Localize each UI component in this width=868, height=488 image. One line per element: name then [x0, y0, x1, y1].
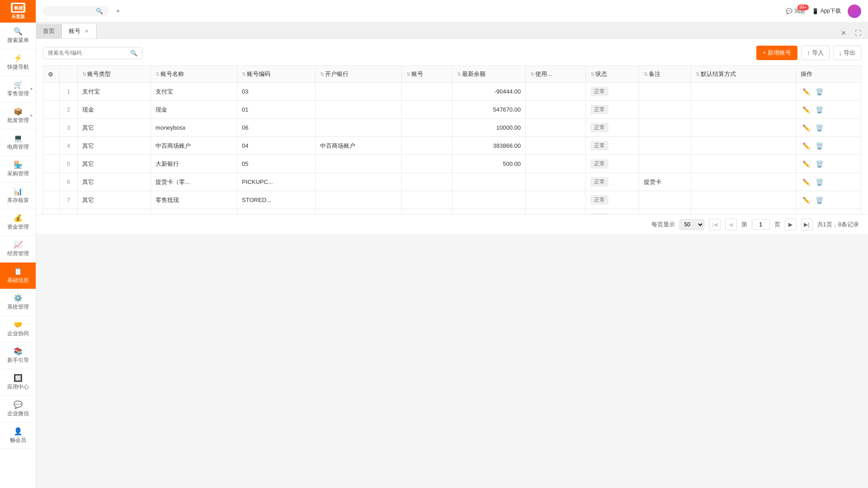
sidebar-item-guide[interactable]: 📚 新手引导 — [0, 343, 36, 369]
row-usage — [526, 173, 586, 191]
prev-page-button[interactable]: ◀ — [725, 219, 737, 230]
edit-button[interactable]: ✏️ — [801, 87, 812, 96]
tab-home[interactable]: 首页 — [36, 24, 62, 38]
sidebar: 畅捷 乐意版 🔍 搜索菜单 ⚡ 快捷导航 🛒 零售管理 ▼ 📦 批发管理 ▼ 💻… — [0, 0, 36, 488]
row-account — [402, 173, 453, 191]
search-nav-icon: 🔍 — [14, 27, 23, 36]
row-balance — [452, 173, 525, 191]
delete-button[interactable]: 🗑️ — [814, 178, 825, 187]
tab-close-button[interactable]: ✕ — [83, 28, 90, 34]
logo-icon: 畅捷 — [11, 3, 25, 13]
tab-expand-button[interactable]: ⛶ — [853, 28, 863, 38]
row-actions: ✏️ 🗑️ — [796, 101, 861, 119]
col-type[interactable]: ⇅账号类型 — [78, 66, 151, 83]
edit-button[interactable]: ✏️ — [801, 105, 812, 114]
table-search-box[interactable]: 🔍 — [43, 47, 142, 59]
user-avatar[interactable] — [848, 5, 861, 18]
row-settings — [43, 191, 60, 209]
sidebar-item-wholesale[interactable]: 📦 批发管理 ▼ — [0, 103, 36, 129]
row-num: 2 — [60, 101, 78, 119]
sidebar-item-quicknav[interactable]: ⚡ 快捷导航 — [0, 49, 36, 76]
row-status: 正常 — [585, 191, 639, 209]
sidebar-item-wechat[interactable]: 💬 企业微信 — [0, 396, 36, 422]
tabbar: 首页 账号 ✕ ✕ ⛶ — [36, 23, 868, 39]
row-num: 7 — [60, 191, 78, 209]
app-download-button[interactable]: 📱 App下载 — [812, 7, 841, 15]
col-settlement[interactable]: ⇅默认结算方式 — [691, 66, 796, 83]
sidebar-item-retail[interactable]: 🛒 零售管理 ▼ — [0, 76, 36, 103]
col-account[interactable]: ⇅账号 — [402, 66, 453, 83]
edit-button[interactable]: ✏️ — [801, 123, 812, 132]
row-settings — [43, 173, 60, 191]
sidebar-item-enterprise[interactable]: 🤝 企业协同 — [0, 316, 36, 343]
row-bank — [316, 119, 402, 137]
add-account-button[interactable]: + 新增账号 — [756, 46, 797, 60]
col-code[interactable]: ⇅账号编码 — [237, 66, 316, 83]
last-page-button[interactable]: ▶| — [801, 219, 813, 230]
row-num: 6 — [60, 173, 78, 191]
row-remark — [639, 119, 691, 137]
topbar-search-input[interactable] — [48, 8, 94, 14]
next-page-button[interactable]: ▶ — [785, 219, 797, 230]
sidebar-item-operation[interactable]: 📈 经营管理 — [0, 236, 36, 263]
row-usage — [526, 101, 586, 119]
table-row: 4 其它 中百商场账户 04 中百商场账户 383866.00 正常 ✏️ 🗑️ — [43, 137, 861, 155]
delete-button[interactable]: 🗑️ — [814, 123, 825, 132]
sidebar-item-member[interactable]: 👤 畅会员 — [0, 422, 36, 449]
row-status: 正常 — [585, 101, 639, 119]
dropdown-icon[interactable]: ▼ — [115, 8, 121, 14]
delete-button[interactable]: 🗑️ — [814, 87, 825, 96]
row-balance: 547670.00 — [452, 101, 525, 119]
tab-close-all-button[interactable]: ✕ — [838, 28, 849, 38]
page-number-input[interactable] — [752, 219, 770, 230]
wechat-icon: 💬 — [14, 400, 23, 409]
sidebar-item-basic[interactable]: 📋 基础信息 — [0, 263, 36, 289]
col-status[interactable]: ⇅状态 — [585, 66, 639, 83]
first-page-button[interactable]: |◀ — [709, 219, 721, 230]
sidebar-item-inventory[interactable]: 📊 库存核算 — [0, 183, 36, 209]
delete-button[interactable]: 🗑️ — [814, 196, 825, 205]
delete-button[interactable]: 🗑️ — [814, 105, 825, 114]
delete-button[interactable]: 🗑️ — [814, 141, 825, 150]
import-button[interactable]: ↑ 导入 — [801, 46, 830, 60]
row-type: 其它 — [78, 191, 151, 209]
col-balance[interactable]: ⇅最新余额 — [452, 66, 525, 83]
edit-button[interactable]: ✏️ — [801, 196, 812, 205]
messages-button[interactable]: 💬 消息 99+ — [786, 7, 805, 15]
col-usage[interactable]: ⇅使用... — [526, 66, 586, 83]
col-settings[interactable]: ⚙ — [43, 66, 60, 83]
export-button[interactable]: ↓ 导出 — [833, 46, 862, 60]
edit-button[interactable]: ✏️ — [801, 141, 812, 150]
table-search-input[interactable] — [48, 50, 128, 56]
col-bank[interactable]: ⇅开户银行 — [316, 66, 402, 83]
row-remark — [639, 101, 691, 119]
sidebar-item-capital[interactable]: 💰 资金管理 — [0, 209, 36, 236]
row-name: 提货卡（零... — [151, 173, 237, 191]
edit-button[interactable]: ✏️ — [801, 178, 812, 187]
content-toolbar: 🔍 + 新增账号 ↑ 导入 ↓ 导出 — [43, 46, 861, 60]
page-size-select[interactable]: 50 100 200 — [679, 219, 704, 230]
table-row: 5 其它 大新银行 05 500.00 正常 ✏️ 🗑️ — [43, 155, 861, 173]
sidebar-item-ecommerce[interactable]: 💻 电商管理 — [0, 129, 36, 156]
tab-account[interactable]: 账号 ✕ — [62, 24, 97, 38]
sidebar-item-purchase[interactable]: 🏪 采购管理 — [0, 156, 36, 183]
row-bank — [316, 101, 402, 119]
col-name[interactable]: ⇅账号名称 — [151, 66, 237, 83]
topbar-search-box[interactable]: 🔍 — [43, 6, 108, 16]
row-type: 现金 — [78, 101, 151, 119]
toolbar-right: + 新增账号 ↑ 导入 ↓ 导出 — [756, 46, 861, 60]
row-account — [402, 155, 453, 173]
member-icon: 👤 — [14, 427, 23, 436]
sidebar-item-search[interactable]: 🔍 搜索菜单 — [0, 23, 36, 49]
col-remark[interactable]: ⇅备注 — [639, 66, 691, 83]
edit-button[interactable]: ✏️ — [801, 160, 812, 169]
row-num: 5 — [60, 155, 78, 173]
topbar: 🔍 ▼ 💬 消息 99+ 📱 App下载 — [36, 0, 868, 23]
sidebar-item-system[interactable]: ⚙️ 系统管理 — [0, 289, 36, 316]
row-usage — [526, 191, 586, 209]
sidebar-item-appcenter[interactable]: 🔲 应用中心 — [0, 369, 36, 396]
row-actions: ✏️ 🗑️ — [796, 173, 861, 191]
topbar-right: 💬 消息 99+ 📱 App下载 — [786, 5, 861, 18]
delete-button[interactable]: 🗑️ — [814, 160, 825, 169]
purchase-icon: 🏪 — [14, 160, 23, 169]
